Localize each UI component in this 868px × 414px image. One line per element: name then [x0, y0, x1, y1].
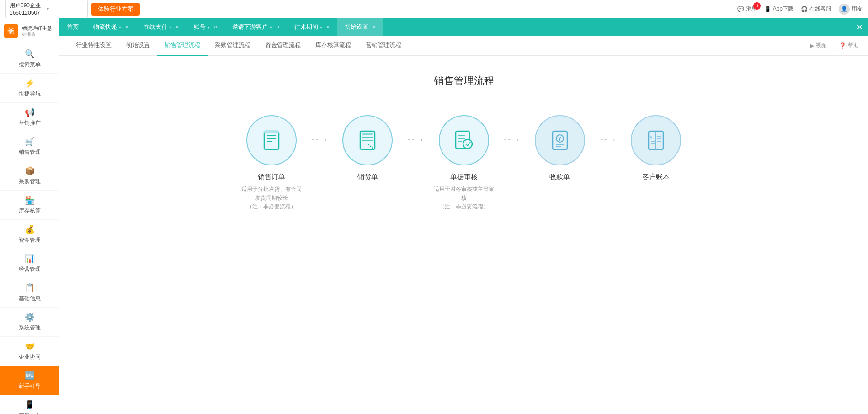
content-area: 行业特性设置 初始设置 销售管理流程 采购管理流程 资金管理流程 库存核算流程 … [59, 36, 868, 414]
sub-tab-inventory-flow[interactable]: 库存核算流程 [308, 36, 358, 56]
main-content: 销售管理流程 销售订单 适用于分批发货、有合同发货周期较长（注：非必要流程） [59, 56, 868, 330]
sidebar-item-finance[interactable]: 💰 资金管理 [0, 220, 59, 249]
logo-icon: 畅 [4, 24, 18, 38]
message-item[interactable]: 💬 消息 6 [737, 5, 757, 13]
flow-circle-sales-order [246, 115, 297, 165]
flow-label-sales-order: 销售订单 [258, 173, 285, 181]
sub-tab-purchase-flow[interactable]: 采购管理流程 [208, 36, 258, 56]
sidebar-item-search[interactable]: 🔍 搜索菜单 [0, 44, 59, 74]
sidebar-item-app-center[interactable]: 📱 应用中心 [0, 395, 59, 414]
close-all-button[interactable]: ✕ [851, 18, 868, 36]
sidebar-item-inventory[interactable]: 🏪 库存核算 [0, 191, 59, 220]
tab-payment-label: 在线支付 [144, 23, 167, 31]
app-label: App下载 [773, 5, 793, 13]
top-bar-left: 用户690企业1660120507 ▾ 体验行业方案 [5, 0, 140, 18]
svg-text:¥: ¥ [650, 135, 653, 140]
flow-item-receipt: ¥ 收款单 [523, 115, 596, 185]
receipt-icon: ¥ [548, 128, 572, 152]
sales-icon: 🛒 [25, 137, 35, 147]
period-close-icon[interactable]: ✕ [326, 24, 330, 30]
account-close-icon[interactable]: ✕ [213, 24, 218, 30]
logistics-arrow-icon: ▾ [119, 25, 121, 30]
account-arrow-icon: ▾ [208, 25, 210, 30]
sidebar-item-purchase[interactable]: 📦 采购管理 [0, 161, 59, 191]
app-download-item[interactable]: 📱 App下载 [764, 5, 793, 13]
invoice-icon [356, 128, 379, 152]
quick-icon: ⚡ [25, 78, 35, 88]
user-profile-item[interactable]: 👤 用友 [839, 4, 863, 15]
flow-desc-audit: 适用于财务审核或主管审核（注：非必要流程） [432, 185, 496, 212]
service-label: 在线客服 [809, 5, 831, 13]
tab-invite-label: 邀请下游客户 [232, 23, 268, 31]
service-item[interactable]: 🎧 在线客服 [801, 5, 831, 13]
user-label: 用户690企业1660120507 [10, 2, 47, 16]
page-title: 销售管理流程 [69, 74, 859, 88]
user-selector[interactable]: 用户690企业1660120507 ▾ [5, 0, 88, 18]
sidebar-item-system[interactable]: ⚙️ 系统管理 [0, 308, 59, 337]
flow-arrow-3: - - → [504, 115, 520, 145]
sub-tab-finance-flow[interactable]: 资金管理流程 [258, 36, 308, 56]
headset-icon: 🎧 [801, 6, 808, 12]
finance-icon: 💰 [25, 224, 35, 234]
sub-tab-inventory-label: 库存核算流程 [315, 41, 351, 49]
sidebar-label-operations: 经营管理 [19, 265, 41, 273]
order-icon [260, 128, 283, 152]
payment-arrow-icon: ▾ [169, 25, 171, 30]
tab-payment[interactable]: 在线支付 ▾ ✕ [136, 18, 186, 36]
help-button[interactable]: ❓ 帮助 [839, 42, 859, 49]
invite-close-icon[interactable]: ✕ [276, 24, 280, 30]
tab-invite[interactable]: 邀请下游客户 ▾ ✕ [225, 18, 287, 36]
logistics-close-icon[interactable]: ✕ [125, 24, 129, 30]
app-center-icon: 📱 [25, 400, 35, 410]
logo-text-block: 畅捷通好生意 标准版 [22, 25, 52, 37]
tab-init-settings[interactable]: 初始设置 ✕ [337, 18, 383, 36]
tab-account[interactable]: 账号 ▾ ✕ [186, 18, 225, 36]
flow-circle-invoice [342, 115, 393, 165]
tab-logistics-label: 物流快递 [93, 23, 117, 31]
sidebar-item-guide[interactable]: 🆕 新手引导 [0, 366, 59, 395]
sidebar-item-quick-nav[interactable]: ⚡ 快捷导航 [0, 74, 59, 103]
sub-tab-marketing-label: 营销管理流程 [366, 41, 401, 49]
message-badge: 6 [753, 2, 761, 10]
svg-rect-6 [362, 133, 373, 135]
flow-diagram: 销售订单 适用于分批发货、有合同发货周期较长（注：非必要流程） - - → [69, 115, 859, 212]
trial-button[interactable]: 体验行业方案 [91, 3, 140, 16]
sub-tabs-right: ▶ 视频 | ❓ 帮助 [810, 42, 859, 49]
search-icon: 🔍 [25, 49, 35, 59]
sidebar-item-enterprise[interactable]: 🤝 企业协同 [0, 337, 59, 366]
sub-tab-sales-flow[interactable]: 销售管理流程 [157, 36, 208, 56]
video-help-button[interactable]: ▶ 视频 [810, 42, 827, 49]
tab-logistics[interactable]: 物流快递 ▾ ✕ [86, 18, 136, 36]
sidebar-item-operations[interactable]: 📊 经营管理 [0, 249, 59, 278]
svg-rect-0 [264, 131, 279, 149]
sub-tab-marketing-flow[interactable]: 营销管理流程 [358, 36, 409, 56]
flow-arrow-4: - - → [600, 115, 616, 145]
sidebar-label-enterprise: 企业协同 [19, 353, 41, 361]
tab-period[interactable]: 往来期初 ▾ ✕ [287, 18, 337, 36]
top-bar-right: 💬 消息 6 📱 App下载 🎧 在线客服 👤 用友 [737, 4, 863, 15]
enterprise-icon: 🤝 [25, 341, 35, 351]
sub-tabs-left: 行业特性设置 初始设置 销售管理流程 采购管理流程 资金管理流程 库存核算流程 … [69, 36, 409, 56]
flow-desc-sales-order: 适用于分批发货、有合同发货周期较长（注：非必要流程） [240, 185, 304, 212]
sub-tab-init[interactable]: 初始设置 [119, 36, 157, 56]
svg-point-11 [463, 139, 472, 149]
help-label: 帮助 [848, 42, 859, 49]
tab-home[interactable]: 首页 [59, 18, 86, 36]
app-icon: 📱 [764, 6, 771, 12]
top-bar: 用户690企业1660120507 ▾ 体验行业方案 💬 消息 6 📱 App下… [0, 0, 868, 18]
payment-close-icon[interactable]: ✕ [175, 24, 179, 30]
period-arrow-icon: ▾ [320, 25, 322, 30]
init-close-icon[interactable]: ✕ [372, 24, 376, 30]
sidebar-label-search: 搜索菜单 [19, 61, 41, 69]
flow-item-ledger: ¥ 客户账本 [619, 115, 692, 185]
sub-tab-industry[interactable]: 行业特性设置 [69, 36, 119, 56]
sidebar-item-marketing[interactable]: 📢 营销推广 [0, 103, 59, 132]
sidebar-item-sales[interactable]: 🛒 销售管理 [0, 132, 59, 161]
logo: 畅 畅捷通好生意 标准版 [0, 18, 59, 44]
sidebar-label-finance: 资金管理 [19, 236, 41, 244]
flow-label-audit: 单据审核 [450, 173, 478, 181]
avatar: 👤 [839, 4, 850, 15]
sidebar-item-basic-info[interactable]: 📋 基础信息 [0, 278, 59, 308]
sidebar-label-basic-info: 基础信息 [19, 295, 41, 303]
sidebar-label-guide: 新手引导 [19, 382, 41, 390]
